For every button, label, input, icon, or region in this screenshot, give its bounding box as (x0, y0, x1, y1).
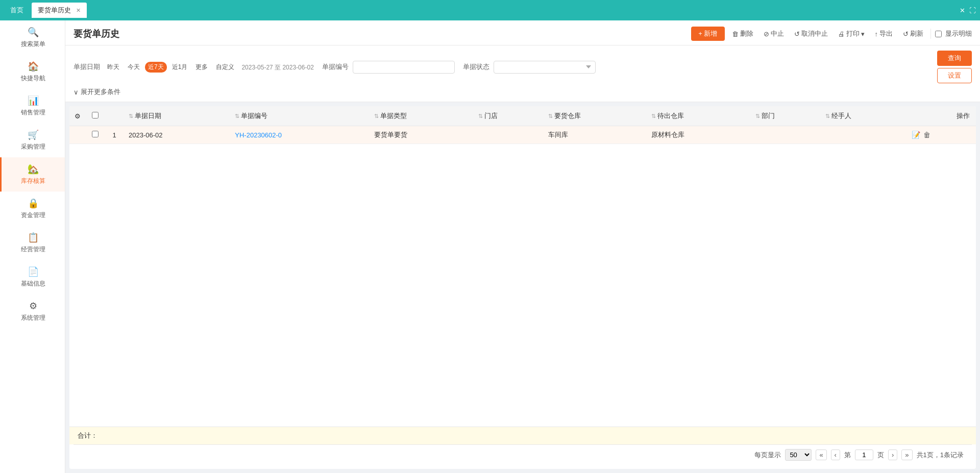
col-warehouse[interactable]: 要货仓库 (544, 106, 647, 126)
sidebar-item-sales-label: 销售管理 (21, 108, 45, 117)
table-header-row: ⚙ 单据日期 单据编号 单据类型 门店 要货仓库 待出仓库 部门 (69, 106, 976, 126)
total-label: 共1页，1条记录 (917, 451, 964, 460)
tab-history-label: 要货单历史 (38, 6, 71, 14)
row-date: 2023-06-02 (125, 126, 231, 144)
row-order-no[interactable]: YH-20230602-0 (231, 126, 370, 144)
sidebar-item-purchase-label: 采购管理 (21, 143, 45, 151)
col-dept[interactable]: 部门 (751, 106, 821, 126)
row-checkbox[interactable] (92, 131, 99, 137)
tab-history[interactable]: 要货单历史 ✕ (32, 3, 87, 18)
col-order-no[interactable]: 单据编号 (231, 106, 370, 126)
sidebar-item-finance-label: 资金管理 (21, 211, 45, 220)
sidebar-item-inventory[interactable]: 🏡 库存核算 (0, 157, 65, 192)
sidebar-item-purchase[interactable]: 🛒 采购管理 (0, 123, 65, 157)
page-title: 要货单历史 (74, 28, 119, 40)
col-date[interactable]: 单据日期 (125, 106, 231, 126)
page-header: 要货单历史 + 新增 🗑 删除 ⊘ 中止 ↺ 取消中止 (65, 20, 980, 45)
col-handler[interactable]: 经手人 (821, 106, 908, 126)
filter-settings-button[interactable]: 设置 (937, 68, 972, 83)
new-button[interactable]: + 新增 (691, 27, 724, 41)
col-store[interactable]: 门店 (474, 106, 544, 126)
stop-button[interactable]: ⊘ 中止 (761, 27, 787, 40)
per-page-label: 每页显示 (754, 451, 781, 460)
toolbar: + 新增 🗑 删除 ⊘ 中止 ↺ 取消中止 🖨 打 (691, 27, 972, 41)
order-no-link[interactable]: YH-20230602-0 (235, 131, 282, 139)
col-num (104, 106, 125, 126)
topbar-maximize-btn[interactable]: ⛶ (969, 7, 976, 14)
last-page-btn[interactable]: » (901, 450, 912, 460)
refresh-button[interactable]: ↺ 刷新 (900, 27, 926, 40)
sidebar-item-quick-nav[interactable]: 🏠 快捷导航 (0, 55, 65, 89)
date-filter-group: 单据日期 昨天 今天 近7天 近1月 更多 自定义 2023-05-27 至 2… (74, 62, 314, 73)
table-wrapper: ⚙ 单据日期 单据编号 单据类型 门店 要货仓库 待出仓库 部门 (69, 106, 976, 469)
expand-more-btn[interactable]: ∨ 展开更多条件 (74, 87, 972, 97)
shortcut-custom[interactable]: 自定义 (213, 62, 237, 73)
export-button[interactable]: ↑ 导出 (872, 27, 896, 40)
display-cell-checkbox[interactable] (935, 31, 942, 37)
stop-label: 中止 (771, 29, 784, 38)
next-page-btn[interactable]: › (888, 450, 897, 460)
refresh-label: 刷新 (910, 29, 923, 38)
col-settings[interactable]: ⚙ (69, 106, 86, 126)
basic-info-icon: 📄 (28, 266, 39, 277)
quick-nav-icon: 🏠 (28, 61, 39, 72)
sidebar-item-search-menu[interactable]: 🔍 搜索菜单 (0, 20, 65, 55)
row-settings[interactable] (69, 126, 86, 144)
stop-icon: ⊘ (764, 30, 769, 38)
table-row: 1 2023-06-02 YH-20230602-0 要货单要货 车间库 原材料… (69, 126, 976, 144)
row-warehouse: 车间库 (544, 126, 647, 144)
status-select[interactable] (494, 61, 596, 74)
display-cell-toggle[interactable]: 显示明细 (935, 29, 972, 38)
page-label: 页 (877, 451, 884, 460)
sales-icon: 📊 (28, 95, 39, 106)
per-page-select[interactable]: 50 10 20 100 (785, 449, 812, 461)
shortcut-today[interactable]: 今天 (125, 62, 143, 73)
delete-icon: 🗑 (732, 30, 739, 38)
col-pending-wh[interactable]: 待出仓库 (647, 106, 752, 126)
sidebar-item-system-label: 系统管理 (21, 314, 45, 322)
shortcut-yesterday[interactable]: 昨天 (104, 62, 122, 73)
expand-more-label: 展开更多条件 (81, 87, 120, 97)
row-delete-icon[interactable]: 🗑 (923, 131, 930, 139)
row-edit-icon[interactable]: 📝 (912, 131, 920, 139)
sidebar-item-finance[interactable]: 🔒 资金管理 (0, 192, 65, 226)
sidebar-item-inventory-label: 库存核算 (21, 177, 45, 185)
table-scroll[interactable]: ⚙ 单据日期 单据编号 单据类型 门店 要货仓库 待出仓库 部门 (69, 106, 976, 427)
cancel-stop-button[interactable]: ↺ 取消中止 (791, 27, 831, 40)
page-input[interactable] (855, 450, 873, 460)
row-checkbox-cell (86, 126, 104, 144)
tab-home[interactable]: 首页 (4, 3, 30, 18)
sidebar-item-basic-info[interactable]: 📄 基础信息 (0, 260, 65, 294)
first-page-btn[interactable]: « (816, 450, 826, 460)
print-label: 打印 (846, 29, 860, 38)
tab-history-close-icon[interactable]: ✕ (76, 7, 81, 13)
col-type[interactable]: 单据类型 (370, 106, 475, 126)
date-shortcuts: 昨天 今天 近7天 近1月 更多 自定义 (104, 62, 237, 73)
top-bar: 首页 要货单历史 ✕ ✕ ⛶ (0, 0, 980, 20)
cancel-stop-label: 取消中止 (801, 29, 828, 38)
shortcut-more[interactable]: 更多 (192, 62, 211, 73)
date-filter-label: 单据日期 (74, 62, 100, 72)
sidebar-item-sales[interactable]: 📊 销售管理 (0, 89, 65, 123)
expand-more-icon: ∨ (74, 88, 79, 96)
query-btn-group: 查询 设置 (937, 51, 972, 83)
order-no-input[interactable] (353, 61, 455, 74)
prev-page-btn[interactable]: ‹ (831, 450, 840, 460)
sidebar-item-operation[interactable]: 📋 经营管理 (0, 226, 65, 260)
inventory-icon: 🏡 (28, 163, 39, 175)
delete-button[interactable]: 🗑 删除 (729, 27, 756, 40)
system-icon: ⚙ (29, 300, 37, 312)
sidebar-item-system[interactable]: ⚙ 系统管理 (0, 294, 65, 328)
print-icon: 🖨 (838, 30, 845, 38)
print-button[interactable]: 🖨 打印 ▾ (835, 27, 868, 40)
row-type: 要货单要货 (370, 126, 475, 144)
pagination-bar: 每页显示 50 10 20 100 « ‹ 第 页 › » 共1页，1条记录 (74, 444, 972, 465)
shortcut-week7[interactable]: 近7天 (145, 62, 167, 73)
select-all-checkbox[interactable] (92, 112, 99, 119)
export-label: 导出 (879, 29, 893, 38)
query-button[interactable]: 查询 (937, 51, 972, 66)
topbar-right: ✕ ⛶ (960, 7, 976, 14)
topbar-close-btn[interactable]: ✕ (960, 7, 965, 14)
delete-label: 删除 (740, 29, 753, 38)
shortcut-month1[interactable]: 近1月 (169, 62, 191, 73)
